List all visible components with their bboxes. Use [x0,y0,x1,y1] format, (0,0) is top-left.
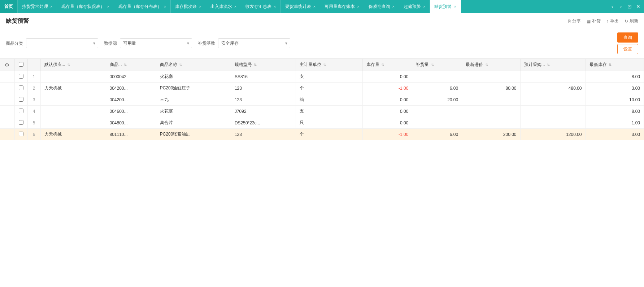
th-unit[interactable]: 主计量单位 ⇅ [296,59,362,71]
tab-restore[interactable]: ⊡ [625,2,634,11]
tab-expiry-query[interactable]: 保质期查询 × [364,0,399,13]
tab-batch-account[interactable]: 库存批次账 × [171,0,206,13]
close-tab-abnormal[interactable]: × [50,4,52,9]
row-product-name: PC200张紧油缸 [156,129,231,140]
tab-abnormal[interactable]: 拣货异常处理 × [18,0,57,13]
close-tab-inout-flow[interactable]: × [234,4,236,9]
row-settings-cell [0,71,14,83]
row-spec: 123 [231,129,296,140]
settings-icon[interactable]: ⚙ [5,62,9,68]
tab-available-ledger[interactable]: 可用量库存账本 × [320,0,364,13]
th-replenish-qty[interactable]: 补货量 ⇅ [412,59,462,71]
datasource-select[interactable]: 可用量 库存量 [120,38,192,48]
replenish-base-select[interactable]: 安全库存 最低库存 [218,38,290,48]
settings-button[interactable]: 设置 [617,44,638,54]
tab-receive-summary[interactable]: 收发存汇总表 × [241,0,280,13]
row-settings-cell [0,106,14,117]
close-tab-available-ledger[interactable]: × [357,4,359,9]
close-tab-receive-summary[interactable]: × [274,4,276,9]
row-checkbox[interactable] [19,120,23,125]
tab-close-all[interactable]: ✕ [634,2,643,11]
filter-actions: 查询 设置 [617,32,638,54]
row-checkbox-cell[interactable] [14,117,27,129]
tab-scroll-left[interactable]: ‹ [608,2,617,11]
tab-inventory-dist[interactable]: 现存量（库存分布表） × [114,0,171,13]
th-checkbox[interactable] [14,59,27,71]
row-stock: 0.00 [362,94,412,106]
row-checkbox[interactable] [19,74,23,79]
row-spec: SS816 [231,71,296,83]
row-checkbox-cell[interactable] [14,106,27,117]
row-checkbox-cell[interactable] [14,129,27,140]
close-tab-batch-account[interactable]: × [199,4,201,9]
th-latest-price[interactable]: 最新进价 ⇅ [462,59,520,71]
row-checkbox[interactable] [19,132,23,136]
replenish-button[interactable]: ▦ 补货 [587,18,601,24]
row-checkbox[interactable] [19,109,23,113]
category-select[interactable] [26,38,98,48]
tab-inout-flow[interactable]: 出入库流水 × [206,0,241,13]
row-min-stock: 10.00 [586,94,644,106]
row-est-purchase [520,106,586,117]
datasource-filter-group: 数据源 可用量 库存量 [104,38,192,48]
close-tab-inventory-status[interactable]: × [107,4,109,9]
row-checkbox[interactable] [19,85,23,90]
th-spec[interactable]: 规格型号 ⇅ [231,59,296,71]
th-supplier[interactable]: 默认供应... ⇅ [40,59,106,71]
table-row: 2 力天机械 004200... PC200油缸庄子 123 个 -1.00 6… [0,83,644,94]
category-filter-group: 商品分类 [6,38,98,48]
row-min-stock: 8.00 [586,106,644,117]
row-product-name: PC200油缸庄子 [156,83,231,94]
header-actions: ⎘ 分享 ▦ 补货 ↑ 导出 ↻ 刷新 [568,18,638,24]
th-settings[interactable]: ⚙ [0,59,14,71]
close-tab-overstock[interactable]: × [423,4,425,9]
table-row: 4 004600... 火花塞 J7092 支 0.00 8.00 [0,106,644,117]
query-button[interactable]: 查询 [617,32,638,43]
row-est-purchase [520,117,586,129]
tab-scroll-right[interactable]: › [617,2,625,11]
supplier-sort-icon: ⇅ [67,63,70,67]
close-tab-shortage[interactable]: × [454,4,456,9]
row-product-name: 三九 [156,94,231,106]
select-all-checkbox[interactable] [19,62,23,67]
refresh-button[interactable]: ↻ 刷新 [625,18,638,24]
row-product-code: 004600... [106,106,156,117]
row-latest-price [462,117,520,129]
th-rownum [27,59,40,71]
row-checkbox-cell[interactable] [14,83,27,94]
th-min-stock[interactable]: 最低库存 ⇅ [586,59,644,71]
th-est-purchase[interactable]: 预计采购... ⇅ [520,59,586,71]
tab-inventory-status[interactable]: 现存量（库存状况表） × [57,0,114,13]
th-stock[interactable]: 库存量 ⇅ [362,59,412,71]
row-unit: 只 [296,117,362,129]
row-product-name: 火花塞 [156,106,231,117]
export-button[interactable]: ↑ 导出 [606,18,619,24]
tab-shortage[interactable]: 缺货预警 × [430,0,461,13]
tab-home[interactable]: 首页 [0,0,18,13]
row-checkbox[interactable] [19,97,23,102]
row-product-name: 火花塞 [156,71,231,83]
row-supplier [40,94,106,106]
tab-overstock[interactable]: 超储预警 × [399,0,430,13]
row-settings-cell [0,94,14,106]
th-product-code[interactable]: 商品... ⇅ [106,59,156,71]
refresh-icon: ↻ [625,19,628,24]
row-checkbox-cell[interactable] [14,94,27,106]
row-num: 2 [27,83,40,94]
row-num: 5 [27,117,40,129]
row-spec: 123 [231,83,296,94]
table-row: 5 004800... 离合片 DS250*23c... 只 0.00 1.00 [0,117,644,129]
row-replenish-qty: 6.00 [412,129,462,140]
row-unit: 箱 [296,94,362,106]
th-product-name[interactable]: 商品名称 ⇅ [156,59,231,71]
row-num: 3 [27,94,40,106]
tab-requisition-stat[interactable]: 要货单统计表 × [281,0,320,13]
row-supplier [40,106,106,117]
row-checkbox-cell[interactable] [14,71,27,83]
close-tab-inventory-dist[interactable]: × [164,4,166,9]
share-button[interactable]: ⎘ 分享 [568,18,581,24]
close-tab-expiry-query[interactable]: × [392,4,395,9]
close-tab-requisition-stat[interactable]: × [313,4,316,9]
replenish-base-filter-group: 补货基数 安全库存 最低库存 [198,38,290,48]
row-spec: DS250*23c... [231,117,296,129]
